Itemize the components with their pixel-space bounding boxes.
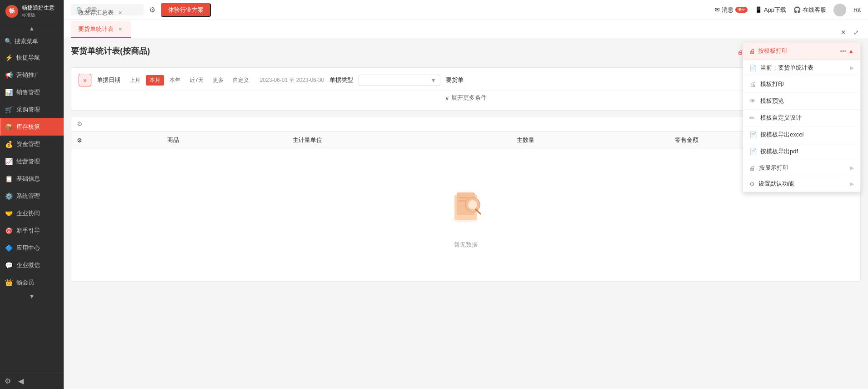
sidebar-item-marketing[interactable]: 📢 营销推广 — [0, 66, 64, 84]
scroll-up-btn[interactable]: ▲ — [0, 23, 64, 34]
date-tab-year[interactable]: 本年 — [166, 75, 184, 86]
dropdown-header: 🖨 按模板打印 ••• ▲ — [743, 42, 860, 60]
sidebar-item-sales[interactable]: 📊 销售管理 — [0, 84, 64, 101]
sidebar-item-finance[interactable]: 💰 资金管理 — [0, 136, 64, 153]
display-print-icon: 🖨 — [749, 165, 755, 172]
member-icon: 👑 — [5, 278, 13, 287]
app-name: 畅捷通好生意 — [22, 5, 55, 12]
sidebar-item-inventory[interactable]: 📦 库存核算 — [0, 118, 64, 136]
topbar-gear-icon[interactable]: ⚙ — [149, 5, 155, 14]
empty-illustration — [443, 181, 489, 235]
username-label: Rit — [853, 6, 861, 13]
sales-icon: 📊 — [5, 88, 13, 96]
sidebar-item-operation[interactable]: 📈 经营管理 — [0, 153, 64, 170]
marketing-icon: 📢 — [5, 71, 13, 79]
collab-icon: 🤝 — [5, 209, 13, 217]
logo-icon: 畅 — [5, 5, 18, 18]
display-print-item[interactable]: 🖨 按显示打印 ▶ — [743, 160, 860, 176]
tab-batch-account[interactable]: 库存批次账✕ — [71, 0, 131, 5]
more-options-icon[interactable]: ••• — [840, 48, 846, 55]
date-tab-current[interactable]: 本月 — [146, 75, 164, 86]
dropdown-printer-icon: 🖨 — [749, 48, 755, 55]
sidebar-item-label-member: 畅会员 — [16, 278, 34, 287]
sidebar-item-label-apps: 应用中心 — [16, 244, 40, 252]
wechat-icon: 💬 — [5, 261, 13, 269]
settings-icon[interactable]: ⚙ — [5, 377, 11, 385]
dropdown-template-export-pdf-icon: 📄 — [749, 148, 757, 155]
date-tab-custom[interactable]: 自定义 — [229, 75, 253, 86]
set-default-area: ⚙ 设置默认功能 — [749, 180, 794, 188]
close-tab-icon[interactable]: ✕ — [839, 27, 848, 38]
sidebar-item-label-collab: 企业协同 — [16, 209, 40, 217]
sidebar-item-member[interactable]: 👑 畅会员 — [0, 274, 64, 291]
filter-row-1: » 单据日期 上月本月本年近7天更多自定义 2023-06-01 至 2023-… — [79, 73, 853, 87]
tab-order-stats[interactable]: 要货单统计表✕ — [71, 21, 131, 38]
message-btn[interactable]: ✉ 消息 99+ — [715, 6, 748, 14]
logo-text-block: 畅捷通好生意 标准版 — [22, 5, 55, 18]
basic-icon: 📋 — [5, 175, 13, 183]
filter-expand-icon[interactable]: » — [79, 74, 91, 86]
dropdown-header-controls: ••• ▲ — [840, 48, 854, 55]
current-template-label: 当前：要货单统计表 — [760, 64, 813, 72]
sidebar-item-guide[interactable]: 🎯 新手引导 — [0, 222, 64, 239]
dropdown-item-template-export-pdf[interactable]: 📄 按模板导出pdf — [743, 143, 860, 160]
sidebar-item-collab[interactable]: 🤝 企业协同 — [0, 205, 64, 222]
page-title: 要货单统计表(按商品) — [71, 45, 150, 56]
date-tab-week7[interactable]: 近7天 — [186, 75, 207, 86]
sidebar-item-label-system: 系统管理 — [16, 192, 40, 200]
table-toolbar: ⚙ — [71, 116, 860, 131]
dropdown-template-design-icon: ✏ — [749, 114, 757, 121]
sidebar-item-system[interactable]: ⚙️ 系统管理 — [0, 187, 64, 205]
collapse-icon[interactable]: ◀ — [18, 377, 24, 385]
date-label: 单据日期 — [97, 76, 120, 84]
display-print-label: 按显示打印 — [759, 164, 788, 172]
expand-more-btn[interactable]: ∨ 展开更多条件 — [79, 91, 853, 105]
topbar: 🔍 搜索 ⚙ 体验行业方案 ✉ 消息 99+ 📱 App下载 🎧 在线客服 Ri… — [64, 0, 868, 20]
maximize-icon[interactable]: ⤢ — [852, 27, 861, 38]
table-header-row: ⚙商品主计量单位主数量零售金额 — [71, 131, 860, 149]
set-default-item[interactable]: ⚙ 设置默认功能 ▶ — [743, 176, 860, 192]
sidebar-item-quick-nav[interactable]: ⚡ 快捷导航 — [0, 49, 64, 66]
dropdown-collapse-icon[interactable]: ▲ — [848, 48, 854, 55]
online-service-btn[interactable]: 🎧 在线客服 — [793, 6, 826, 14]
set-default-icon: ⚙ — [749, 181, 755, 187]
settings-gear-icon[interactable]: ⚙ — [77, 120, 83, 127]
tab-close-receipt-summary[interactable]: ✕ — [116, 9, 124, 16]
date-tab-prev[interactable]: 上月 — [126, 75, 144, 86]
trial-btn[interactable]: 体验行业方案 — [161, 3, 211, 17]
column-settings-icon[interactable]: ⚙ — [77, 137, 82, 144]
message-icon: ✉ — [715, 6, 720, 13]
dropdown-item-template-export-excel[interactable]: 📄 按模板导出excel — [743, 126, 860, 143]
avatar[interactable] — [833, 4, 846, 16]
app-badge: 标准版 — [22, 12, 55, 18]
sidebar-item-label-guide: 新手引导 — [16, 227, 40, 235]
app-download-btn[interactable]: 📱 App下载 — [755, 6, 786, 14]
tab-close-order-stats[interactable]: ✕ — [116, 25, 124, 33]
inventory-icon: 📦 — [5, 123, 13, 131]
date-range: 2023-06-01 至 2023-06-30 — [260, 76, 324, 84]
logo-area: 畅 畅捷通好生意 标准版 — [0, 0, 64, 23]
date-tab-more[interactable]: 更多 — [209, 75, 227, 86]
tab-label-batch-account: 库存批次账 — [78, 0, 108, 0]
dropdown-template-export-excel-icon: 📄 — [749, 131, 757, 138]
sidebar-item-label-quick-nav: 快捷导航 — [16, 54, 40, 62]
search-menu[interactable]: 🔍 搜索菜单 — [0, 34, 64, 49]
dropdown-item-template-preview[interactable]: 👁 模板预览 — [743, 93, 860, 110]
app-download-label: App下载 — [764, 6, 786, 14]
sidebar-item-wechat[interactable]: 💬 企业微信 — [0, 257, 64, 274]
dropdown-item-template-design[interactable]: ✏ 模板自定义设计 — [743, 110, 860, 126]
select-arrow-icon: ▼ — [430, 77, 436, 84]
sidebar-nav: ⚡ 快捷导航 📢 营销推广 📊 销售管理 🛒 采购管理 📦 库存核算 💰 资金管… — [0, 49, 64, 291]
dropdown-item-template-print[interactable]: 🖨 模板打印 — [743, 76, 860, 93]
bill-type-select[interactable]: ▼ — [359, 75, 440, 86]
tab-receipt-summary[interactable]: 收发存汇总表✕ — [71, 5, 131, 21]
search-icon: 🔍 — [5, 38, 12, 45]
sidebar-item-apps[interactable]: 🔷 应用中心 — [0, 239, 64, 257]
th-goods: 商品 — [162, 131, 287, 149]
dropdown-current-item[interactable]: 📄 当前：要货单统计表 ▶ — [743, 60, 860, 76]
dropdown-template-print-icon: 🖨 — [749, 81, 757, 88]
finance-icon: 💰 — [5, 140, 13, 148]
sidebar-item-purchase[interactable]: 🛒 采购管理 — [0, 101, 64, 118]
sidebar-item-basic[interactable]: 📋 基础信息 — [0, 170, 64, 187]
scroll-down-btn[interactable]: ▼ — [0, 291, 64, 302]
